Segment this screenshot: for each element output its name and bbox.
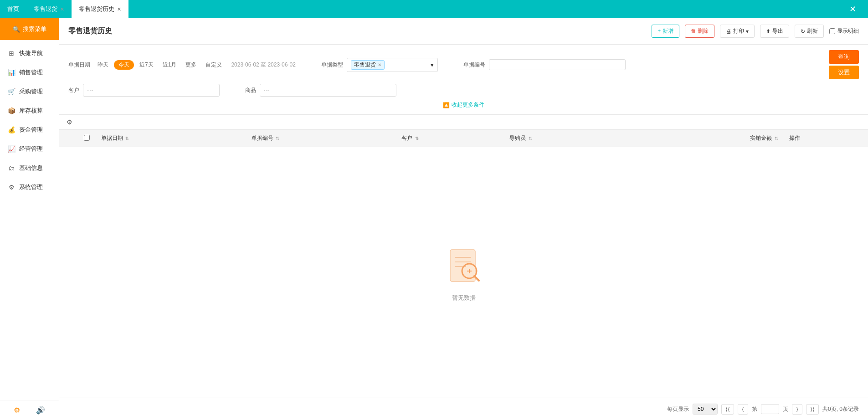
sidebar-item-basic-info[interactable]: 🗂 基础信息 xyxy=(0,159,59,178)
goods-label: 商品 xyxy=(245,87,256,94)
tab-retail-return-history-label: 零售退货历史 xyxy=(79,5,114,13)
setting-button[interactable]: 设置 xyxy=(829,66,859,79)
pagination: 每页显示 50 10 20 100 ⟨⟨ ⟨ 第 1 页 ⟩ ⟩⟩ 共0页, 0… xyxy=(59,398,868,420)
sidebar-audio-icon[interactable]: 🔊 xyxy=(36,406,45,415)
collapse-btn[interactable]: 🔼 收起更多条件 xyxy=(443,101,484,109)
tab-retail-return-history[interactable]: 零售退货历史 ✕ xyxy=(72,0,128,18)
table-settings-icon[interactable]: ⚙ xyxy=(67,118,72,126)
collapse-up-icon: 🔼 xyxy=(443,102,450,108)
collapse-label: 收起更多条件 xyxy=(452,101,484,109)
sidebar-item-inventory[interactable]: 📦 库存核算 xyxy=(0,101,59,120)
page-title: 零售退货历史 xyxy=(68,26,112,36)
empty-icon xyxy=(441,243,487,288)
display-detail-checkbox[interactable]: 显示明细 xyxy=(829,27,859,35)
col-amount[interactable]: 实销金额 ⇅ xyxy=(633,130,784,147)
filter-customer: 客户 ··· xyxy=(68,84,220,97)
header-actions: + 新增 🗑 删除 🖨 打印 ▾ ⬆ 导出 ↻ 刷新 显示明细 xyxy=(652,25,859,38)
table-section: ⚙ 单据日期 ⇅ 单据编号 ⇅ xyxy=(59,115,868,398)
sidebar-nav: ⊞ 快捷导航 📊 销售管理 🛒 采购管理 📦 库存核算 💰 资金管理 📈 xyxy=(0,40,59,400)
sidebar-item-purchase-label: 采购管理 xyxy=(19,87,43,96)
col-number[interactable]: 单据编号 ⇅ xyxy=(246,130,396,147)
page-suffix-label: 页 xyxy=(783,405,788,413)
filter-date: 单据日期 昨天 今天 近7天 近1月 更多 自定义 2023-06-02 至 2… xyxy=(68,60,296,70)
col-action: 操作 xyxy=(784,130,868,147)
display-detail-input[interactable] xyxy=(829,28,835,34)
page-number-input[interactable]: 1 xyxy=(761,404,779,414)
new-button[interactable]: + 新增 xyxy=(652,25,679,38)
page-last-btn[interactable]: ⟩⟩ xyxy=(806,404,819,415)
date-label: 单据日期 xyxy=(68,61,90,69)
sidebar-settings-icon[interactable]: ⚙ xyxy=(14,406,20,415)
tab-list: 首页 零售退货 ✕ 零售退货历史 ✕ xyxy=(0,0,845,18)
sidebar-item-finance[interactable]: 💰 资金管理 xyxy=(0,120,59,139)
main-layout: 🔍 搜索菜单 ⊞ 快捷导航 📊 销售管理 🛒 采购管理 📦 库存核算 💰 xyxy=(0,18,868,420)
total-label: 共0页, 0条记录 xyxy=(822,405,859,413)
refresh-icon: ↻ xyxy=(801,28,805,35)
filter-section: 单据日期 昨天 今天 近7天 近1月 更多 自定义 2023-06-02 至 2… xyxy=(59,45,868,115)
number-sort-icon: ⇅ xyxy=(276,136,279,141)
col-guide[interactable]: 导购员 ⇅ xyxy=(504,130,633,147)
page-header: 零售退货历史 + 新增 🗑 删除 🖨 打印 ▾ ⬆ 导出 ↻ 刷新 xyxy=(59,18,868,45)
sidebar-item-sys-mgmt[interactable]: ⚙ 系统管理 xyxy=(0,178,59,197)
col-date[interactable]: 单据日期 ⇅ xyxy=(96,130,246,147)
tab-retail-return-history-close[interactable]: ✕ xyxy=(117,6,121,12)
date-yesterday-btn[interactable]: 昨天 xyxy=(94,60,112,70)
type-tag: 零售退货 ✕ xyxy=(351,60,385,70)
sales-mgmt-icon: 📊 xyxy=(7,68,15,77)
sidebar-item-sys-label: 系统管理 xyxy=(19,183,43,191)
query-button[interactable]: 查询 xyxy=(829,50,859,64)
sidebar-bottom: ⚙ 🔊 xyxy=(0,400,59,420)
type-tag-close[interactable]: ✕ xyxy=(378,62,381,67)
goods-select[interactable]: ··· xyxy=(260,84,396,97)
customer-select[interactable]: ··· xyxy=(83,84,220,97)
page-first-btn[interactable]: ⟨⟨ xyxy=(721,404,734,415)
col-customer[interactable]: 客户 ⇅ xyxy=(396,130,504,147)
finance-icon: 💰 xyxy=(7,126,15,134)
date-1month-btn[interactable]: 近1月 xyxy=(159,60,180,70)
sidebar-item-quick-nav-label: 快捷导航 xyxy=(19,49,43,57)
date-today-btn[interactable]: 今天 xyxy=(114,60,134,70)
print-button[interactable]: 🖨 打印 ▾ xyxy=(720,25,755,38)
date-custom-btn[interactable]: 自定义 xyxy=(202,60,226,70)
svg-rect-0 xyxy=(450,250,475,282)
select-all-checkbox[interactable] xyxy=(84,135,90,141)
search-icon: 🔍 xyxy=(13,26,20,33)
date-more-btn[interactable]: 更多 xyxy=(182,60,200,70)
refresh-button[interactable]: ↻ 刷新 xyxy=(795,25,824,38)
per-page-select[interactable]: 50 10 20 100 xyxy=(693,404,718,415)
customer-label: 客户 xyxy=(68,87,79,94)
type-label: 单据类型 xyxy=(321,61,343,69)
page-prev-btn[interactable]: ⟨ xyxy=(738,404,748,415)
type-select[interactable]: 零售退货 ✕ ▾ xyxy=(347,58,438,72)
filter-goods: 商品 ··· xyxy=(245,84,396,97)
tab-home[interactable]: 首页 xyxy=(0,0,26,18)
empty-text: 暂无数据 xyxy=(452,294,476,302)
date-7days-btn[interactable]: 近7天 xyxy=(136,60,157,70)
col-settings xyxy=(59,130,77,147)
tab-retail-return-close[interactable]: ✕ xyxy=(60,6,64,12)
print-icon: 🖨 xyxy=(726,28,731,35)
delete-button[interactable]: 🗑 删除 xyxy=(685,25,714,38)
number-input[interactable] xyxy=(489,59,626,70)
top-bar: 首页 零售退货 ✕ 零售退货历史 ✕ ✕ xyxy=(0,0,868,18)
print-chevron-icon: ▾ xyxy=(746,28,749,35)
sys-mgmt-icon: ⚙ xyxy=(7,183,15,191)
export-button[interactable]: ⬆ 导出 xyxy=(760,25,789,38)
page-prefix-label: 第 xyxy=(752,405,757,413)
window-close-button[interactable]: ✕ xyxy=(845,5,861,14)
date-filter-buttons: 昨天 今天 近7天 近1月 更多 自定义 xyxy=(94,60,226,70)
sidebar-item-sales-mgmt[interactable]: 📊 销售管理 xyxy=(0,63,59,82)
sidebar-item-sales-label: 销售管理 xyxy=(19,68,43,77)
tab-retail-return[interactable]: 零售退货 ✕ xyxy=(26,0,72,18)
sidebar-item-inventory-label: 库存核算 xyxy=(19,107,43,115)
filter-number: 单据编号 xyxy=(463,59,626,70)
customer-dots: ··· xyxy=(87,86,93,94)
sidebar-item-purchase-mgmt[interactable]: 🛒 采购管理 xyxy=(0,82,59,101)
customer-sort-icon: ⇅ xyxy=(415,136,419,141)
type-select-chevron: ▾ xyxy=(431,61,434,68)
sidebar-item-ops-mgmt[interactable]: 📈 经营管理 xyxy=(0,139,59,159)
sidebar-search[interactable]: 🔍 搜索菜单 xyxy=(0,18,59,40)
amount-sort-icon: ⇅ xyxy=(775,136,778,141)
page-next-btn[interactable]: ⟩ xyxy=(792,404,802,415)
sidebar-item-quick-nav[interactable]: ⊞ 快捷导航 xyxy=(0,44,59,63)
